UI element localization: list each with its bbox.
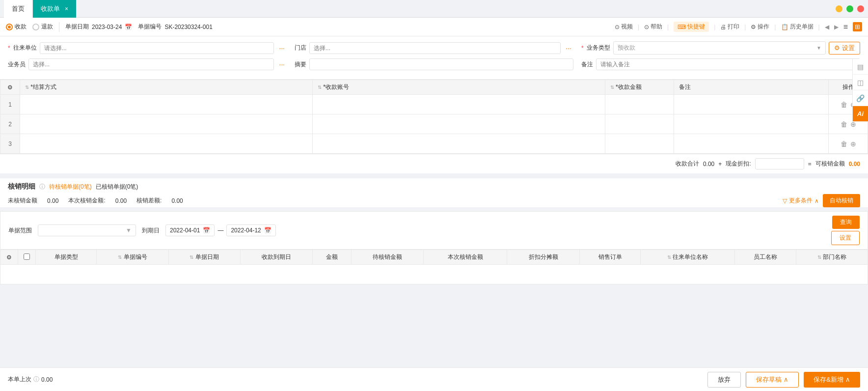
business-type-select[interactable]: 预收款 ▼ — [613, 41, 826, 55]
counterpart-input[interactable] — [40, 42, 274, 54]
salesperson-label: 业务员 — [8, 60, 26, 69]
row-3-account[interactable] — [312, 134, 605, 154]
row-3-note[interactable] — [674, 134, 828, 154]
radio-receipt[interactable]: 收款 — [6, 23, 27, 31]
radio-refund[interactable]: 退款 — [32, 23, 53, 31]
nav-next[interactable]: ▶ — [834, 24, 839, 30]
sidebar-icon-4[interactable]: Ai — [853, 106, 868, 122]
minimize-button[interactable] — [836, 5, 842, 12]
date-to-input[interactable]: 2022-04-12 📅 — [226, 224, 275, 236]
tab-close-icon[interactable]: × — [65, 5, 68, 12]
bottom-col-settings[interactable]: ⚙ — [0, 250, 18, 265]
this-up-label: 本单上次 — [8, 375, 31, 384]
receipt-table: ⚙ ⇅ *结算方式 ⇅ *收款账号 ⇅ *收款金额 备注 — [0, 80, 868, 154]
store-input[interactable] — [309, 42, 561, 54]
history-link[interactable]: 📋 历史单据 — [781, 23, 814, 31]
delete-icon-r2[interactable]: 🗑 — [841, 120, 847, 128]
summary-label: 摘要 — [295, 60, 306, 69]
abandon-button[interactable]: 放弃 — [707, 372, 741, 388]
summary-input[interactable] — [309, 58, 573, 70]
maximize-button[interactable] — [846, 5, 853, 12]
col-settings-header[interactable]: ⚙ — [0, 80, 20, 95]
delete-icon-r1[interactable]: 🗑 — [841, 101, 847, 109]
save-draft-button[interactable]: 保存草稿 ∧ — [746, 372, 799, 388]
current-verif-value: 0.00 — [115, 197, 127, 204]
verif-right: ▽ 更多条件 ∧ 自动核销 — [783, 194, 860, 207]
date-label: 单据日期 — [65, 23, 89, 31]
filter-setting-button[interactable]: 设置 — [831, 231, 860, 245]
row-2-note[interactable] — [674, 114, 828, 134]
row-1-note[interactable] — [674, 95, 828, 114]
help-link[interactable]: ⊙ 帮助 — [644, 23, 662, 31]
sidebar-icon-1[interactable]: ▤ — [853, 59, 868, 75]
summary-field: 摘要 — [295, 58, 573, 70]
salesperson-field: 业务员 ··· — [8, 58, 287, 70]
delete-icon-r3[interactable]: 🗑 — [841, 140, 847, 148]
filter-icon: ▽ — [783, 197, 787, 204]
tab-home[interactable]: 首页 — [4, 0, 33, 18]
row-3-settlement[interactable] — [20, 134, 313, 154]
bottom-col-checkbox[interactable] — [18, 250, 36, 265]
close-button[interactable] — [857, 5, 864, 12]
store-more-btn[interactable]: ··· — [564, 44, 573, 52]
bottom-table-empty-row — [0, 265, 868, 284]
date-range: 2022-04-01 📅 — 2022-04-12 📅 — [165, 224, 276, 236]
save-new-button[interactable]: 保存&新增 ∧ — [804, 372, 860, 388]
row-1-settlement[interactable] — [20, 95, 313, 114]
row-2-amount[interactable] — [605, 114, 674, 134]
done-tab[interactable]: 已核销单据(0笔) — [96, 183, 138, 191]
print-link[interactable]: 🖨 打印 — [720, 23, 739, 31]
tab-receipt[interactable]: 收款单 × — [33, 0, 76, 18]
sort-icon-2: ⇅ — [318, 84, 322, 90]
gear-icon: ⚙ — [834, 44, 840, 52]
row-2-settlement[interactable] — [20, 114, 313, 134]
verification-header: 核销明细 ⓘ 待核销单据(0笔) 已核销单据(0笔) 未核销金额 0.00 本次… — [0, 178, 868, 207]
save-new-arrow-icon: ∧ — [845, 376, 850, 383]
nav-prev[interactable]: ◀ — [825, 24, 829, 30]
operation-link[interactable]: ⚙ 操作 — [751, 23, 769, 31]
salesperson-more-btn[interactable]: ··· — [277, 60, 287, 68]
sidebar-icon-2[interactable]: ◫ — [853, 75, 868, 90]
number-label: 单据编号 — [138, 23, 162, 31]
select-all-checkbox[interactable] — [24, 253, 30, 260]
more-conditions-btn[interactable]: ▽ 更多条件 ∧ — [783, 196, 819, 205]
query-button[interactable]: 查询 — [832, 216, 860, 229]
discount-input[interactable] — [755, 158, 804, 169]
verif-stats: 未核销金额 0.00 本次核销金额: 0.00 核销差额: 0.00 ▽ 更多条… — [8, 194, 860, 207]
separator-1 — [59, 22, 59, 32]
row-3-amount[interactable] — [605, 134, 674, 154]
bottom-table: ⚙ 单据类型 ⇅ 单据编号 ⇅ 单据日期 — [0, 250, 868, 284]
date-from-input[interactable]: 2022-04-01 📅 — [165, 224, 215, 236]
video-link[interactable]: ⊙ 视频 — [615, 23, 633, 31]
verif-info-icon[interactable]: ⓘ — [39, 183, 45, 191]
store-field: 门店 ··· — [295, 42, 573, 54]
bottom-actions: 放弃 保存草稿 ∧ 保存&新增 ∧ — [707, 372, 860, 388]
layout-list[interactable]: ≡ — [843, 23, 848, 31]
shortcut-link[interactable]: ⌨ 快捷键 — [674, 22, 709, 32]
setting-button[interactable]: ⚙ 设置 — [829, 42, 860, 55]
total-label: 收款合计 — [676, 160, 699, 168]
calendar-icon[interactable]: 📅 — [125, 24, 132, 30]
range-dropdown-icon: ▼ — [126, 227, 132, 234]
row-1-amount[interactable] — [605, 95, 674, 114]
discount-label: 现金折扣: — [726, 160, 751, 168]
pending-tab[interactable]: 待核销单据(0笔) — [49, 183, 92, 191]
radio-refund-label: 退款 — [41, 23, 53, 31]
bottom-col-counterpart: ⇅ 往来单位名称 — [641, 250, 735, 265]
date-value: 2023-03-24 — [92, 24, 122, 30]
calendar-icon-from: 📅 — [203, 227, 210, 234]
range-select[interactable]: ▼ — [38, 224, 136, 236]
row-1-account[interactable] — [312, 95, 605, 114]
sidebar-icon-3[interactable]: 🔗 — [853, 90, 868, 106]
auto-verify-button[interactable]: 自动核销 — [823, 194, 860, 207]
row-2-account[interactable] — [312, 114, 605, 134]
table-row: 3 🗑 ⊕ — [0, 134, 868, 154]
bottom-info-icon[interactable]: ⓘ — [33, 375, 39, 384]
note-input[interactable] — [596, 58, 860, 70]
layout-grid[interactable]: ⊞ — [853, 22, 862, 31]
bottom-value: 0.00 — [41, 376, 53, 383]
due-label: 到期日 — [142, 226, 160, 235]
salesperson-input[interactable] — [28, 58, 274, 70]
counterpart-more-btn[interactable]: ··· — [277, 44, 287, 52]
copy-icon-r3[interactable]: ⊕ — [850, 140, 856, 148]
